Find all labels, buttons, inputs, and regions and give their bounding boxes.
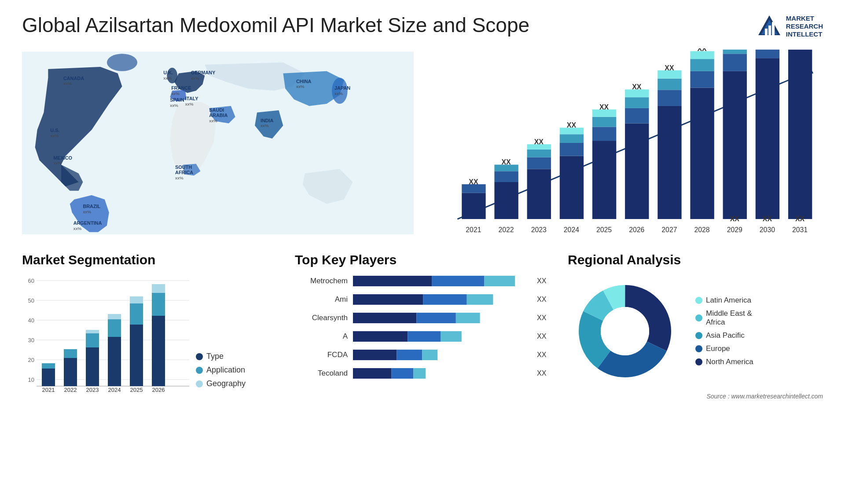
- player-bar-a: [353, 329, 528, 343]
- map-section: CANADA xx% U.S. xx% MEXICO xx% BRAZIL xx…: [22, 48, 414, 239]
- svg-rect-133: [130, 296, 143, 303]
- svg-rect-144: [467, 294, 493, 305]
- svg-text:xx%: xx%: [171, 91, 180, 96]
- logo-box: MARKETRESEARCHINTELLECT: [756, 13, 823, 40]
- svg-rect-146: [416, 313, 456, 323]
- svg-rect-124: [86, 333, 99, 347]
- svg-text:XX: XX: [567, 121, 577, 129]
- svg-text:2022: 2022: [498, 226, 514, 234]
- svg-text:40: 40: [28, 317, 34, 324]
- svg-text:2025: 2025: [596, 226, 612, 234]
- svg-text:2023: 2023: [86, 387, 99, 393]
- reg-legend-asia-pacific: Asia Pacific: [695, 331, 753, 340]
- svg-text:FRANCE: FRANCE: [171, 85, 191, 91]
- svg-rect-136: [152, 293, 165, 316]
- svg-rect-156: [413, 368, 426, 379]
- svg-rect-58: [560, 156, 584, 219]
- donut-svg: [568, 274, 682, 388]
- svg-text:xx%: xx%: [175, 175, 184, 180]
- svg-rect-153: [422, 350, 437, 360]
- svg-text:xx%: xx%: [209, 118, 217, 123]
- key-players-title: Top Key Players: [295, 252, 550, 267]
- player-name-clearsynth: Clearsynth: [295, 314, 348, 322]
- svg-rect-72: [625, 97, 649, 108]
- svg-text:XX: XX: [469, 178, 478, 186]
- svg-rect-47: [494, 182, 518, 219]
- player-row-clearsynth: Clearsynth XX: [295, 311, 550, 325]
- svg-rect-59: [560, 143, 584, 156]
- player-name-ami: Ami: [295, 295, 348, 304]
- player-name-fcda: FCDA: [295, 351, 348, 359]
- legend-application: Application: [196, 365, 246, 375]
- legend-type: Type: [196, 352, 246, 361]
- growth-chart-svg: XX 2021 XX 2022 XX 2023: [431, 48, 823, 237]
- svg-rect-141: [485, 276, 515, 286]
- svg-rect-66: [592, 117, 616, 127]
- player-name-a: A: [295, 332, 348, 341]
- svg-text:xx%: xx%: [83, 209, 91, 214]
- reg-label-latin-america: Latin America: [706, 296, 751, 305]
- player-bar-fcda: [353, 348, 528, 362]
- svg-text:60: 60: [28, 278, 34, 284]
- svg-rect-137: [152, 284, 165, 293]
- reg-dot-middle-east: [695, 314, 702, 321]
- svg-rect-148: [353, 331, 408, 342]
- svg-rect-139: [353, 276, 432, 286]
- reg-legend-europe: Europe: [695, 344, 753, 353]
- svg-rect-83: [690, 71, 714, 88]
- svg-rect-60: [560, 134, 584, 143]
- svg-rect-70: [625, 124, 649, 219]
- players-list: Metrochem XX Ami: [295, 274, 550, 380]
- svg-text:GERMANY: GERMANY: [191, 70, 216, 75]
- player-value-ami: XX: [537, 296, 550, 303]
- svg-rect-123: [86, 347, 99, 386]
- svg-text:XX: XX: [763, 215, 772, 223]
- page-title: Global Azilsartan Medoxomil API Market S…: [22, 13, 529, 37]
- player-row-metrochem: Metrochem XX: [295, 274, 550, 288]
- svg-rect-118: [42, 363, 55, 369]
- svg-text:2030: 2030: [760, 226, 775, 234]
- svg-rect-71: [625, 108, 649, 124]
- svg-text:MEXICO: MEXICO: [53, 155, 72, 161]
- svg-point-162: [601, 307, 649, 355]
- svg-rect-155: [392, 368, 414, 379]
- svg-text:XX: XX: [534, 138, 544, 146]
- legend-label-geography: Geography: [206, 379, 246, 388]
- svg-text:xx%: xx%: [261, 123, 269, 128]
- reg-dot-asia-pacific: [695, 332, 702, 339]
- svg-text:XX: XX: [665, 64, 674, 72]
- svg-text:xx%: xx%: [185, 102, 194, 106]
- svg-text:30: 30: [28, 337, 34, 343]
- svg-text:2021: 2021: [466, 226, 481, 234]
- svg-text:2026: 2026: [629, 226, 644, 234]
- svg-text:xx%: xx%: [50, 133, 59, 138]
- svg-rect-53: [527, 157, 551, 169]
- svg-rect-77: [658, 90, 681, 106]
- svg-text:xx%: xx%: [191, 76, 199, 80]
- svg-rect-129: [108, 314, 121, 319]
- logo-text: MARKETRESEARCHINTELLECT: [786, 15, 823, 38]
- svg-rect-82: [690, 88, 714, 219]
- svg-rect-52: [527, 169, 551, 219]
- player-row-fcda: FCDA XX: [295, 348, 550, 362]
- key-players-section: Top Key Players Metrochem XX: [295, 252, 550, 400]
- svg-text:CHINA: CHINA: [296, 79, 312, 84]
- svg-rect-131: [130, 325, 143, 386]
- reg-dot-latin-america: [695, 297, 702, 304]
- segmentation-title: Market Segmentation: [22, 252, 277, 267]
- svg-text:2024: 2024: [108, 387, 121, 393]
- svg-rect-151: [353, 350, 397, 360]
- svg-text:XX: XX: [730, 215, 740, 223]
- svg-text:XX: XX: [795, 215, 805, 223]
- svg-rect-101: [788, 48, 812, 49]
- segmentation-section: Market Segmentation 60 50 40 30 20 10: [22, 252, 277, 400]
- svg-text:JAPAN: JAPAN: [334, 85, 350, 91]
- svg-rect-154: [353, 368, 392, 379]
- svg-text:50: 50: [28, 297, 34, 304]
- svg-rect-64: [592, 141, 616, 219]
- legend-dot-application: [196, 367, 203, 374]
- svg-text:2029: 2029: [727, 226, 742, 234]
- reg-label-asia-pacific: Asia Pacific: [706, 331, 745, 340]
- svg-rect-65: [592, 127, 616, 141]
- svg-text:2031: 2031: [792, 226, 808, 234]
